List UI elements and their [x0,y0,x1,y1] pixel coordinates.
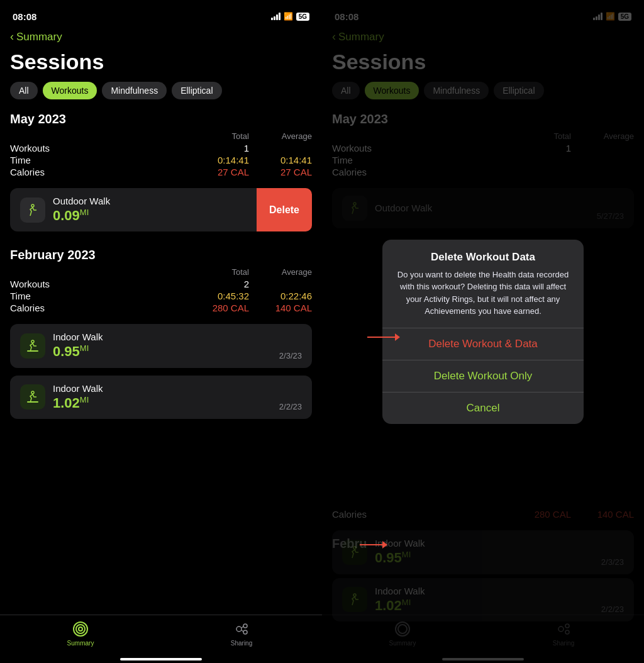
delete-workout-modal: Delete Workout Data Do you want to delet… [382,240,584,424]
back-label: Summary [16,31,62,43]
svg-line-11 [242,627,243,628]
tab-summary[interactable]: Summary [0,620,161,647]
section-feb-2023: February 2023 [0,244,322,267]
indoor-walk-2-date: 2/2/23 [279,402,302,411]
back-chevron-icon: ‹ [10,30,14,43]
calories-avg: 27 CAL [249,167,312,177]
svg-point-3 [31,391,34,394]
indoor-walk-1-icon [20,333,45,359]
may-stats-table: Total Average Workouts 1 Time 0:14:41 0:… [0,131,322,184]
indoor-walk-2-dist: 1.02MI [53,395,302,411]
svg-point-8 [236,627,242,632]
status-icons: 📶 5G [271,12,309,21]
tab-workouts[interactable]: Workouts [43,82,97,99]
modal-left-arrow [367,333,400,341]
svg-rect-2 [27,350,38,352]
col-avg-header: Average [249,131,312,141]
tab-sharing-label: Sharing [231,640,252,647]
calories-label: Calories [10,167,186,177]
outdoor-walk-container: Outdoor Walk 0.09MI 5/27/23 Delete [0,184,322,235]
tab-mindfulness[interactable]: Mindfulness [102,82,167,99]
feb-stats-table: Total Average Workouts 2 Time 0:45:32 0:… [0,267,322,320]
may-calories-row: Calories 27 CAL 27 CAL [10,166,312,178]
svg-line-12 [242,630,243,632]
feb-col-avg: Average [249,267,312,277]
modal-title: Delete Workout Data [382,240,584,269]
svg-point-0 [31,204,34,207]
status-bar: 08:08 📶 5G [0,0,322,28]
section-may-2023: May 2023 [0,108,322,131]
indoor-walk-1-card[interactable]: Indoor Walk 0.95MI 2/3/23 [10,324,312,367]
indoor-walk-2-name: Indoor Walk [53,383,302,394]
tab-summary-label: Summary [67,640,94,647]
workouts-label: Workouts [10,143,186,153]
back-nav[interactable]: ‹ Summary [0,28,322,47]
time-avg: 0:14:41 [249,155,312,165]
may-time-row: Time 0:14:41 0:14:41 [10,154,312,166]
svg-point-6 [76,625,85,633]
svg-point-1 [31,340,34,343]
tab-sharing[interactable]: Sharing [161,620,322,647]
modal-delete-only-button[interactable]: Delete Workout Only [382,360,584,392]
time-label: Time [10,155,186,165]
status-time: 08:08 [13,11,36,22]
delete-label: Delete [269,204,299,216]
left-phone-panel: 08:08 📶 5G ‹ Summary Sessions All Workou… [0,0,322,663]
right-phone-panel: 08:08 📶 5G ‹ Summary Sessions All Workou… [322,0,644,663]
battery-icon: 5G [296,13,309,21]
modal-cancel-button[interactable]: Cancel [382,393,584,424]
indoor-walk-2-icon [20,384,45,410]
indoor-walk-2-card[interactable]: Indoor Walk 1.02MI 2/2/23 [10,376,312,419]
modal-overlay: Delete Workout Data Do you want to delet… [322,0,644,663]
tab-elliptical[interactable]: Elliptical [172,82,221,99]
indoor-walk-1-dist: 0.95MI [53,343,302,360]
workouts-total: 1 [186,143,249,153]
outdoor-walk-icon [20,198,45,223]
modal-body: Do you want to delete the Health data re… [382,269,584,328]
modal-arrow-indicator [360,541,387,549]
home-indicator [120,658,202,660]
svg-point-7 [79,627,82,631]
filter-tabs: All Workouts Mindfulness Elliptical [0,82,322,108]
indoor-walk-1-name: Indoor Walk [53,332,302,342]
modal-delete-data-button[interactable]: Delete Workout & Data [382,328,584,360]
page-title: Sessions [0,47,322,82]
tab-all[interactable]: All [10,82,38,99]
may-workouts-row: Workouts 1 [10,142,312,154]
indoor-walk-2-body: Indoor Walk 1.02MI [53,383,302,411]
svg-rect-4 [27,401,38,403]
svg-point-10 [243,630,247,634]
svg-point-9 [243,624,247,628]
indoor-walk-1-date: 2/3/23 [279,351,302,360]
feb-calories-row: Calories 280 CAL 140 CAL [10,302,312,314]
signal-bars-icon [271,13,280,20]
calories-total: 27 CAL [186,167,249,177]
time-total: 0:14:41 [186,155,249,165]
tab-bar: Summary Sharing [0,615,322,657]
wifi-icon: 📶 [284,12,293,21]
feb-time-row: Time 0:45:32 0:22:46 [10,290,312,302]
indoor-walk-1-body: Indoor Walk 0.95MI [53,332,302,360]
col-total-header: Total [186,131,249,141]
feb-workouts-row: Workouts 2 [10,278,312,290]
feb-col-total: Total [186,267,249,277]
delete-button[interactable]: Delete [257,188,312,231]
